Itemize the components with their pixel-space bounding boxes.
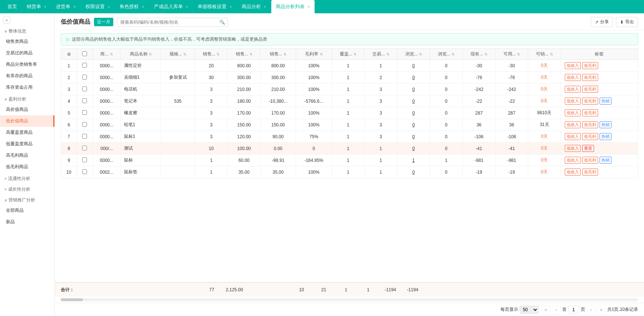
row-browse1[interactable]: 1 [397, 154, 430, 166]
last-page-button[interactable]: » [597, 305, 606, 314]
nav-product-stock[interactable]: 产成品入库单 × [150, 0, 192, 13]
row-browse1[interactable]: 0 [397, 143, 430, 154]
nav-home[interactable]: 首页 [3, 0, 21, 13]
nav-template-settings[interactable]: 单据模板设置 × [193, 0, 236, 13]
current-page-input[interactable] [568, 306, 579, 313]
per-page-select[interactable]: 50 100 200 [520, 306, 539, 314]
column-trade[interactable]: 交易... ⇅ [365, 49, 397, 60]
period-button[interactable]: 近一月 [94, 18, 113, 26]
row-browse1[interactable]: 0 [397, 119, 430, 131]
row-browse1[interactable]: 0 [397, 166, 430, 178]
select-all-checkbox[interactable] [82, 51, 87, 56]
close-icon[interactable]: × [186, 4, 188, 9]
sidebar-item-sales-goods[interactable]: 销售类商品 [0, 36, 54, 47]
row-browse1[interactable]: 0 [397, 72, 430, 84]
row-select-checkbox[interactable] [82, 98, 87, 103]
close-icon[interactable]: × [229, 4, 232, 9]
sidebar-item-new-goods[interactable]: 新品 [0, 216, 54, 228]
row-select-checkbox[interactable] [82, 146, 87, 150]
browse-link[interactable]: 0 [412, 170, 415, 175]
horizontal-scrollbar[interactable] [61, 298, 638, 301]
row-checkbox[interactable] [77, 131, 93, 143]
column-coverage[interactable]: 覆盖... ⇅ [332, 49, 364, 60]
sidebar-group-marketing[interactable]: ∨ 营销推广分析 [0, 194, 54, 205]
sidebar-item-stock-capital[interactable]: 库存资金占用 [0, 82, 54, 93]
close-icon[interactable]: × [142, 4, 144, 9]
sidebar-group-overall[interactable]: ∨ 整体信息 [0, 25, 54, 36]
browse-link[interactable]: 1 [412, 158, 415, 163]
search-icon[interactable]: 🔍 [219, 20, 225, 25]
sidebar-item-traded-goods[interactable]: 交易过的商品 [0, 47, 54, 59]
browse-link[interactable]: 0 [412, 111, 415, 116]
sidebar-item-stock-goods[interactable]: 有库存的商品 [0, 70, 54, 82]
row-checkbox[interactable] [77, 143, 93, 154]
column-browse1[interactable]: 浏览... ⇅ [397, 49, 430, 60]
row-select-checkbox[interactable] [82, 157, 87, 162]
column-spec[interactable]: 规格... ⇅ [161, 49, 195, 60]
column-sales2[interactable]: 销售... ⇅ [228, 49, 260, 60]
prev-page-button[interactable]: ‹ [552, 305, 561, 314]
column-sellable[interactable]: 可销... ⇅ [528, 49, 561, 60]
column-sales1[interactable]: 销售... ⇅ [195, 49, 228, 60]
row-checkbox[interactable] [77, 95, 93, 107]
nav-roles[interactable]: 角色授权 × [115, 0, 148, 13]
column-browse2[interactable]: 浏览... ⇅ [430, 49, 462, 60]
row-select-checkbox[interactable] [82, 134, 87, 139]
search-input[interactable] [117, 18, 228, 27]
column-name[interactable]: 商品名称 ⇅ [121, 49, 161, 60]
sidebar-item-high-margin[interactable]: 高毛利商品 [0, 150, 54, 161]
row-select-checkbox[interactable] [82, 63, 87, 68]
column-checkbox[interactable] [77, 49, 93, 60]
nav-permissions[interactable]: 权限设置 × [81, 0, 114, 13]
sidebar-item-all-goods[interactable]: 全部商品 [0, 205, 54, 216]
close-icon[interactable]: × [308, 4, 310, 9]
close-icon[interactable]: × [108, 4, 110, 9]
sidebar-item-low-coverage[interactable]: 低覆盖度商品 [0, 138, 54, 150]
column-sales3[interactable]: 销售... ⇅ [260, 49, 296, 60]
browse-link[interactable]: 0 [412, 63, 415, 68]
close-icon[interactable]: × [264, 4, 266, 9]
row-select-checkbox[interactable] [82, 122, 87, 127]
row-browse1[interactable]: 0 [397, 131, 430, 143]
sidebar-item-low-margin[interactable]: 低毛利商品 [0, 161, 54, 173]
row-browse1[interactable]: 0 [397, 60, 430, 72]
column-margin[interactable]: 毛利率 ⇅ [296, 49, 332, 60]
nav-product-analysis[interactable]: 商品分析 × [237, 0, 271, 13]
first-page-button[interactable]: « [541, 305, 550, 314]
row-browse1[interactable]: 0 [397, 107, 430, 119]
row-browse1[interactable]: 0 [397, 84, 430, 95]
sidebar-group-growth[interactable]: > 成长性分析 [0, 183, 54, 194]
browse-link[interactable]: 0 [412, 87, 415, 92]
row-checkbox[interactable] [77, 119, 93, 131]
row-checkbox[interactable] [77, 84, 93, 95]
browse-link[interactable]: 0 [412, 134, 415, 139]
row-select-checkbox[interactable] [82, 169, 87, 174]
browse-link[interactable]: 0 [412, 122, 415, 128]
browse-link[interactable]: 0 [412, 99, 415, 104]
nav-sales-order[interactable]: 销货单 × [22, 0, 51, 13]
close-icon[interactable]: × [73, 4, 76, 9]
row-checkbox[interactable] [77, 72, 93, 84]
row-select-checkbox[interactable] [82, 75, 87, 79]
sidebar-item-category-sales[interactable]: 商品分类销售率 [0, 59, 54, 70]
row-select-checkbox[interactable] [82, 110, 87, 115]
row-checkbox[interactable] [77, 166, 93, 178]
column-settings[interactable]: ⚙ [61, 49, 77, 60]
column-code[interactable]: 商... ⇅ [93, 49, 121, 60]
next-page-button[interactable]: › [587, 305, 596, 314]
export-button[interactable]: ⬇ 导出 [616, 17, 638, 27]
column-available[interactable]: 可用... ⇅ [495, 49, 528, 60]
sidebar-collapse-button[interactable]: « [3, 16, 10, 24]
browse-link[interactable]: 0 [412, 75, 415, 80]
nav-purchase-order[interactable]: 进货单 × [51, 0, 80, 13]
row-checkbox[interactable] [77, 154, 93, 166]
close-icon[interactable]: × [44, 4, 46, 9]
row-checkbox[interactable] [77, 107, 93, 119]
scroll-thumb[interactable] [61, 298, 83, 301]
sidebar-group-profit[interactable]: ∨ 盈利分析 [0, 93, 54, 104]
sidebar-item-low-value[interactable]: 低价值商品 [0, 115, 54, 127]
sidebar-item-high-value[interactable]: 高价值商品 [0, 104, 54, 115]
row-browse1[interactable]: 0 [397, 95, 430, 107]
row-select-checkbox[interactable] [82, 86, 87, 91]
sidebar-group-liquidity[interactable]: > 流通性分析 [0, 173, 54, 183]
